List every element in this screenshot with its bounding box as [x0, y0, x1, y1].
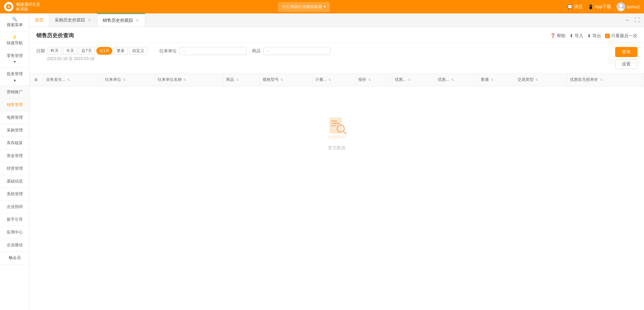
sidebar-item-ecommerce[interactable]: 电商管理: [0, 111, 29, 124]
only-last-checkbox-item[interactable]: ✓ 只看最后一次: [605, 33, 637, 39]
sidebar-item-wholesale-mgmt[interactable]: 批发管理 ▴: [0, 68, 29, 86]
empty-illustration: [323, 113, 350, 145]
table-header-row: ⚙ 业务发生... ⇅ 往来单位 ⇅ 往来单位名称 ⇅: [30, 73, 644, 86]
main-layout: 🔍 搜索菜单 ⚡ 快捷导航 零售管理 ▾ 批发管理 ▴ 营销推广 销售管理 电商…: [0, 13, 644, 310]
tab-purchase-history[interactable]: 采购历史价跟踪 ×: [49, 13, 97, 27]
export-button[interactable]: ⬇ 导出: [587, 33, 601, 39]
help-icon: ❓: [550, 33, 555, 38]
col-biz-date: 业务发生... ⇅: [43, 73, 102, 86]
page-title: 销售历史价查询: [36, 32, 74, 39]
partner-input[interactable]: [179, 47, 247, 55]
query-button[interactable]: 查询: [615, 47, 637, 57]
sort-icon[interactable]: ⇅: [451, 78, 454, 82]
help-button[interactable]: ❓ 帮助: [550, 33, 566, 39]
tab-home[interactable]: 首页: [30, 13, 49, 27]
sidebar-item-label: 营销推广: [7, 89, 23, 95]
download-icon: 📱: [588, 4, 593, 9]
col-spec: 规格型号 ⇅: [260, 73, 312, 86]
tab-close-purchase-history[interactable]: ×: [87, 17, 92, 23]
svg-point-3: [619, 4, 623, 7]
sidebar-item-operations[interactable]: 经营管理: [0, 162, 29, 175]
sidebar-item-member[interactable]: 畅会员: [0, 252, 29, 264]
sales-history-tab-label: 销售历史价跟踪: [103, 17, 133, 23]
sidebar-item-label: 零售管理: [7, 53, 23, 59]
date-quick-buttons: 昨天 今天 近7天 近1月 更多 自定义: [48, 47, 147, 55]
workspace-label: 办公用品行业模拟账套: [282, 4, 322, 10]
product-filter-label: 商品: [252, 48, 261, 54]
sidebar-item-purchase-mgmt[interactable]: 采购管理: [0, 124, 29, 137]
sort-icon[interactable]: ⇅: [328, 78, 331, 82]
sort-icon[interactable]: ⇅: [408, 78, 411, 82]
sort-icon[interactable]: ⇅: [236, 78, 239, 82]
sidebar-item-label: 电商管理: [7, 115, 23, 120]
sidebar-item-system-mgmt[interactable]: 系统管理: [0, 188, 29, 201]
home-tab-label: 首页: [35, 17, 44, 23]
page-header-actions: ❓ 帮助 ⬆ 导入 ⬇ 导出 ✓ 只看最后一次: [550, 33, 637, 39]
sidebar-item-label: 批发管理: [7, 71, 23, 77]
tab-minimize-button[interactable]: ─: [624, 16, 631, 24]
sort-icon[interactable]: ⇅: [123, 78, 125, 82]
col-discount2: 优惠... ⇅: [435, 73, 478, 86]
sort-icon[interactable]: ⇅: [368, 78, 371, 82]
chevron-down-icon: ▾: [14, 59, 16, 64]
column-settings-icon[interactable]: ⚙: [34, 78, 38, 82]
sidebar-item-label: 新手引导: [7, 217, 23, 222]
sidebar-item-label: 企业微信: [7, 242, 23, 248]
sidebar-item-label: 畅会员: [9, 255, 21, 261]
col-quote: 报价 ⇅: [356, 73, 392, 86]
date-btn-1month[interactable]: 近1月: [96, 47, 113, 55]
sidebar-item-marketing[interactable]: 营销推广: [0, 86, 29, 99]
settings-button[interactable]: 设置: [615, 59, 637, 69]
top-bar-left: 6 畅捷通好生意 标准版: [4, 2, 40, 12]
user-avatar[interactable]: demo2: [616, 2, 640, 11]
sort-icon[interactable]: ⇅: [280, 78, 283, 82]
tab-bar-actions: ─ ⛶: [622, 13, 644, 27]
app-download-button[interactable]: 📱 App下载: [588, 4, 611, 10]
sidebar-item-finance[interactable]: 资金管理: [0, 150, 29, 162]
sidebar-item-newbie[interactable]: 新手引导: [0, 213, 29, 226]
sidebar: 🔍 搜索菜单 ⚡ 快捷导航 零售管理 ▾ 批发管理 ▴ 营销推广 销售管理 电商…: [0, 13, 30, 310]
sort-icon[interactable]: ⇅: [183, 78, 186, 82]
purchase-history-tab-label: 采购历史价跟踪: [55, 17, 85, 23]
sort-icon[interactable]: ⇅: [535, 78, 538, 82]
sort-icon[interactable]: ⇅: [600, 78, 603, 82]
sidebar-item-retail-mgmt[interactable]: 零售管理 ▾: [0, 50, 29, 68]
col-settings[interactable]: ⚙: [30, 73, 43, 86]
filter-area: 日期 昨天 今天 近7天 近1月 更多 自定义 2023-02-18: [30, 43, 644, 73]
content-area: 首页 采购历史价跟踪 × 销售历史价跟踪 × ─ ⛶ 销售历史价查询: [30, 13, 644, 310]
import-button[interactable]: ⬆ 导入: [570, 33, 583, 39]
product-input[interactable]: [263, 47, 330, 55]
sidebar-item-search-menu[interactable]: 🔍 搜索菜单: [0, 13, 29, 32]
sort-icon[interactable]: ⇅: [67, 78, 70, 82]
tab-close-sales-history[interactable]: ×: [135, 18, 140, 23]
sidebar-item-basic-info[interactable]: 基础信息: [0, 175, 29, 188]
sidebar-item-sales-mgmt[interactable]: 销售管理: [0, 99, 29, 111]
col-discount1: 优惠... ⇅: [392, 73, 435, 86]
message-button[interactable]: 💬 消息: [567, 4, 583, 10]
svg-rect-7: [331, 120, 337, 121]
date-range-text: 2023-02-18 至 2023-03-18: [47, 56, 94, 61]
sidebar-item-app-center[interactable]: 应用中心: [0, 226, 29, 239]
col-partner-name: 往来单位名称 ⇅: [155, 73, 223, 86]
sidebar-item-label: 采购管理: [7, 127, 23, 133]
sidebar-item-quick-nav[interactable]: ⚡ 快捷导航: [0, 32, 29, 50]
date-btn-custom[interactable]: 自定义: [129, 47, 147, 55]
date-btn-more[interactable]: 更多: [114, 47, 128, 55]
svg-point-5: [328, 135, 345, 139]
tab-maximize-button[interactable]: ⛶: [633, 16, 641, 24]
date-btn-today[interactable]: 今天: [63, 47, 77, 55]
empty-text: 暂无数据: [328, 145, 345, 151]
sidebar-item-label: 快捷导航: [7, 40, 23, 46]
sidebar-item-enterprise[interactable]: 企业协同: [0, 201, 29, 213]
sort-icon[interactable]: ⇅: [491, 78, 493, 82]
chevron-up-icon: ▴: [14, 78, 16, 82]
sidebar-item-inventory[interactable]: 库存核算: [0, 137, 29, 150]
only-last-checkbox[interactable]: ✓: [605, 34, 610, 38]
date-btn-yesterday[interactable]: 昨天: [48, 47, 62, 55]
avatar-image: [616, 2, 625, 11]
tab-sales-history[interactable]: 销售历史价跟踪 ×: [97, 13, 145, 27]
workspace-selector[interactable]: 办公用品行业模拟账套 ▾: [278, 2, 329, 11]
sidebar-item-enterprise-wechat[interactable]: 企业微信: [0, 239, 29, 252]
date-btn-7days[interactable]: 近7天: [78, 47, 95, 55]
message-icon: 💬: [567, 4, 573, 9]
